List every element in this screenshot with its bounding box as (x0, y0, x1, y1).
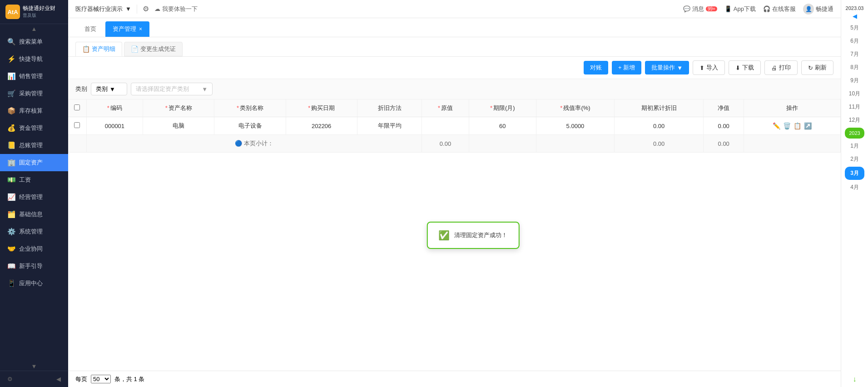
timeline-month-9月[interactable]: 9月 (841, 74, 868, 87)
experience-btn[interactable]: ☁ 我要体验一下 (154, 5, 198, 13)
tab-close-icon[interactable]: × (139, 26, 142, 32)
import-btn[interactable]: ⬆ 导入 (693, 60, 725, 75)
sidebar-item-sales[interactable]: 📊销售管理 (0, 68, 68, 85)
timeline-month-7月[interactable]: 7月 (841, 48, 868, 61)
timeline-month-8月[interactable]: 8月 (841, 61, 868, 74)
refresh-btn[interactable]: ↻ 刷新 (801, 60, 833, 75)
per-page-select[interactable]: 50 100 200 (91, 375, 111, 383)
sidebar-item-finance[interactable]: 💰资金管理 (0, 119, 68, 137)
delete-icon[interactable]: 🗑️ (783, 122, 791, 129)
sidebar-item-coop[interactable]: 🤝企业协同 (0, 240, 68, 258)
quick-icon: ⚡ (7, 55, 15, 63)
timeline-month-4月[interactable]: 4月 (841, 181, 868, 194)
subtab-变更生成凭证[interactable]: 📄变更生成凭证 (124, 42, 183, 56)
finance-icon: 💰 (7, 124, 15, 132)
timeline-month-11月[interactable]: 11月 (841, 100, 868, 114)
category-type-select[interactable]: 类别 ▼ (91, 83, 127, 95)
user-btn[interactable]: 👤 畅捷通 (803, 4, 833, 15)
table-row: 000001 电脑 电子设备 202206 年限平均 60 5.0000 0.0… (68, 117, 841, 135)
sidebar-item-fixed[interactable]: 🏢固定资产 (0, 154, 68, 171)
per-page-label: 每页 (75, 375, 87, 383)
print-btn[interactable]: 🖨 打印 (764, 60, 798, 75)
settings-gear-icon[interactable]: ⚙ (143, 5, 149, 13)
sidebar-label-system: 系统管理 (19, 228, 43, 236)
message-btn[interactable]: 💬 消息 99+ (683, 5, 717, 13)
sidebar-item-system[interactable]: ⚙️系统管理 (0, 223, 68, 240)
more-icon[interactable]: ↗️ (804, 122, 812, 129)
tab-首页[interactable]: 首页 (77, 21, 104, 37)
timeline-month-6月[interactable]: 6月 (841, 35, 868, 48)
customer-service-btn[interactable]: 🎧 在线客服 (763, 5, 796, 13)
headset-icon: 🎧 (763, 5, 770, 12)
timeline-month-5月[interactable]: 5月 (841, 21, 868, 35)
sidebar-item-basic[interactable]: 🗂️基础信息 (0, 206, 68, 223)
download-btn[interactable]: ⬇ 下载 (729, 60, 761, 75)
sidebar-item-quick[interactable]: ⚡快捷导航 (0, 50, 68, 68)
category-value-select[interactable]: 请选择固定资产类别 ▼ (131, 83, 213, 95)
edit-icon[interactable]: ✏️ (773, 122, 780, 129)
sidebar-item-ledger[interactable]: 📒总账管理 (0, 137, 68, 154)
topbar-right: 💬 消息 99+ 📱 App下载 🎧 在线客服 👤 畅捷通 (683, 4, 833, 15)
row-purchase-date: 202206 (286, 117, 357, 135)
timeline-scroll-down-icon[interactable]: ↓ (853, 375, 857, 383)
select-all-checkbox[interactable] (74, 104, 80, 110)
batch-btn[interactable]: 批量操作 ▼ (645, 61, 689, 74)
message-badge: 99+ (706, 6, 717, 11)
logo-icon: AtA (5, 5, 20, 19)
timeline-month-10月[interactable]: 10月 (841, 87, 868, 100)
timeline-month-1月[interactable]: 1月 (841, 139, 868, 153)
timeline-current-month[interactable]: 3月 (845, 167, 864, 180)
timeline-collapse-btn[interactable]: ◀ (853, 13, 857, 20)
row-residual-rate: 5.0000 (536, 117, 614, 135)
sales-icon: 📊 (7, 72, 15, 80)
subtab-资产明细[interactable]: 📋资产明细 (75, 42, 122, 56)
sidebar-item-operations[interactable]: 📈经营管理 (0, 189, 68, 206)
sidebar-item-guide[interactable]: 📖新手引导 (0, 258, 68, 275)
copy-icon[interactable]: 📋 (794, 122, 801, 129)
app-download-btn[interactable]: 📱 App下载 (724, 5, 756, 13)
new-btn[interactable]: + 新增 (612, 61, 641, 74)
tab-资产管理[interactable]: 资产管理× (105, 21, 149, 37)
sidebar-item-apps[interactable]: 📱应用中心 (0, 275, 68, 292)
row-name: 电脑 (143, 117, 214, 135)
sidebar-label-inventory: 库存核算 (19, 107, 43, 115)
logo-sub: 普及版 (23, 12, 55, 19)
sidebar-label-guide: 新手引导 (19, 262, 43, 270)
toast-message: 清理固定资产成功！ (454, 231, 507, 239)
search-icon: 🔍 (7, 38, 15, 46)
content-area: 📋资产明细📄变更生成凭证 对账 + 新增 批量操作 ▼ ⬆ 导入 ⬇ 下载 (68, 37, 841, 387)
timeline-year-2023[interactable]: 2023 (845, 128, 864, 139)
timeline-month-12月[interactable]: 12月 (841, 114, 868, 127)
col-period: *期限(月) (469, 99, 536, 117)
row-actions: ✏️ 🗑️ 📋 ↗️ (744, 117, 841, 135)
sidebar-label-operations: 经营管理 (19, 193, 43, 201)
col-action: 操作 (744, 99, 841, 117)
sidebar-logo: AtA 畅捷通好业财 普及版 (0, 0, 68, 24)
toolbar: 对账 + 新增 批量操作 ▼ ⬆ 导入 ⬇ 下载 🖨 打印 (68, 57, 841, 79)
sidebar-label-finance: 资金管理 (19, 124, 43, 132)
sidebar-scroll-up[interactable]: ▲ (0, 24, 68, 33)
company-selector[interactable]: 医疗器械行业演示 ▼ (75, 5, 131, 13)
batch-dropdown-icon: ▼ (677, 64, 683, 71)
coop-icon: 🤝 (7, 245, 15, 253)
account-btn[interactable]: 对账 (584, 61, 608, 74)
sidebar-label-basic: 基础信息 (19, 210, 43, 218)
timeline-month-2月[interactable]: 2月 (841, 153, 868, 166)
subtotal-label: 🔵本页小计： (86, 135, 422, 153)
sidebar-scroll-down[interactable]: ▼ (0, 362, 68, 371)
download-icon: 📱 (724, 5, 732, 12)
row-code: 000001 (86, 117, 143, 135)
sidebar-item-purchase[interactable]: 🛒采购管理 (0, 85, 68, 102)
sidebar-label-fixed: 固定资产 (19, 159, 43, 167)
row-checkbox[interactable] (74, 122, 80, 128)
sidebar-item-search[interactable]: 🔍搜索菜单 (0, 33, 68, 50)
sidebar-item-inventory[interactable]: 📦库存核算 (0, 102, 68, 119)
collapse-icon[interactable]: ◀ (56, 376, 61, 382)
settings-icon[interactable]: ⚙ (7, 376, 13, 382)
filter-row: 类别 类别 ▼ 请选择固定资产类别 ▼ (68, 79, 841, 99)
sidebar-item-payroll[interactable]: 💵工资 (0, 171, 68, 189)
print-icon: 🖨 (771, 64, 777, 71)
sidebar-label-search: 搜索菜单 (19, 38, 43, 46)
payroll-icon: 💵 (7, 176, 15, 184)
subtotal-net: 0.00 (704, 135, 744, 153)
